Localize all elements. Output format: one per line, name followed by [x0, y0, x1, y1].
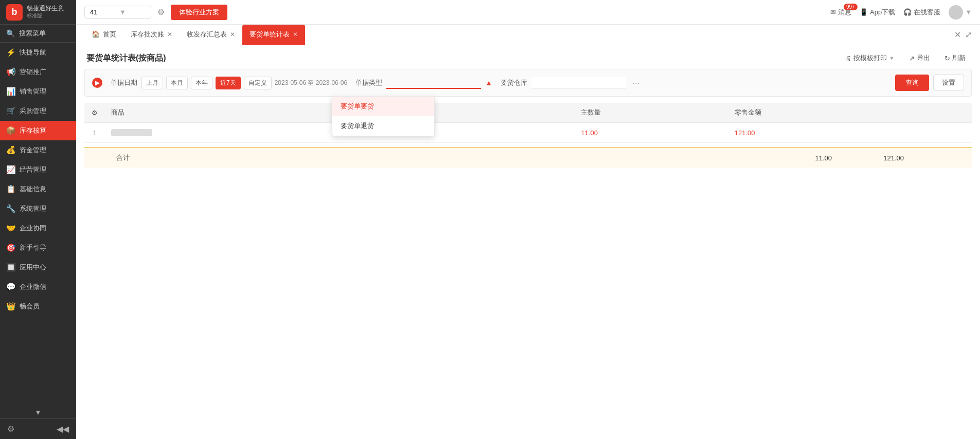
finance-icon: 💰 — [6, 145, 15, 155]
sidebar-item-member[interactable]: 👑 畅会员 — [0, 297, 76, 316]
settings-icon[interactable]: ⚙ — [7, 424, 14, 434]
system-icon: 🔧 — [6, 204, 15, 213]
download-icon: 📱 — [860, 8, 868, 16]
sidebar-item-label: 销售管理 — [20, 87, 46, 96]
sidebar-item-label: 采购管理 — [20, 106, 46, 116]
data-table: ⚙ 商品 主计量单位 主数量 零售金额 1 — [84, 103, 972, 143]
sidebar-item-purchase[interactable]: 🛒 采购管理 — [0, 101, 76, 121]
industry-btn[interactable]: 体验行业方案 — [171, 5, 227, 20]
dropdown-item-return-order[interactable]: 要货单退货 — [332, 116, 434, 136]
settings-button[interactable]: 设置 — [933, 75, 964, 91]
sidebar-item-label: 基础信息 — [20, 185, 46, 194]
company-select-value: 41 — [90, 8, 116, 16]
warehouse-filter-input[interactable] — [531, 77, 626, 88]
table-row: 1 块 11.00 121.00 — [84, 123, 972, 143]
sidebar-item-label: 畅会员 — [20, 302, 40, 311]
type-filter-input[interactable] — [386, 77, 481, 89]
tab-close-icon[interactable]: ✕ — [167, 31, 172, 38]
app-center-icon: 🔲 — [6, 263, 15, 272]
date-btn-this-year[interactable]: 本年 — [191, 77, 212, 89]
refresh-btn[interactable]: ↻ 刷新 — [940, 51, 970, 65]
page-actions: 🖨 按模板打印 ▼ ↗ 导出 ↻ 刷新 — [841, 51, 970, 65]
type-filter-group: 单据类型 ▲ — [355, 77, 492, 89]
export-btn[interactable]: ↗ 导出 — [905, 51, 934, 65]
more-filters-btn[interactable]: ··· — [632, 78, 640, 88]
user-menu[interactable]: ▼ — [949, 5, 972, 20]
sidebar-item-enterprise[interactable]: 🤝 企业协同 — [0, 218, 76, 238]
sidebar-item-wechat[interactable]: 💬 企业微信 — [0, 277, 76, 297]
footer-quantity: 11.00 — [801, 154, 842, 162]
tab-home[interactable]: 🏠 首页 — [84, 25, 123, 45]
tab-receive-summary[interactable]: 收发存汇总表 ✕ — [180, 25, 242, 45]
refresh-label: 刷新 — [952, 53, 966, 63]
dropdown-item-label: 要货单要货 — [341, 102, 374, 110]
export-icon: ↗ — [909, 54, 915, 62]
sidebar-item-label: 应用中心 — [20, 263, 46, 272]
table-footer: 合计 11.00 121.00 — [84, 147, 972, 168]
online-service-btn[interactable]: 🎧 在线客服 — [903, 8, 940, 17]
tab-inventory-batch[interactable]: 库存批次账 ✕ — [123, 25, 180, 45]
collapse-icon[interactable]: ◀◀ — [57, 424, 69, 434]
home-icon: 🏠 — [92, 30, 100, 38]
company-select[interactable]: 41 ▼ — [84, 6, 151, 19]
type-filter-label: 单据类型 — [355, 78, 382, 87]
sidebar-item-label: 经营管理 — [20, 165, 46, 174]
sidebar-item-basic-info[interactable]: 📋 基础信息 — [0, 179, 76, 199]
date-btn-last-month[interactable]: 上月 — [141, 77, 163, 89]
app-download-label: App下载 — [870, 8, 895, 17]
tab-receive-summary-label: 收发存汇总表 — [187, 30, 227, 39]
filter-expand-btn[interactable]: ▶ — [92, 78, 102, 88]
sidebar-item-guide[interactable]: 🎯 新手引导 — [0, 238, 76, 258]
tab-close-icon[interactable]: ✕ — [230, 31, 235, 38]
tab-order-summary[interactable]: 要货单统计表 ✕ — [242, 25, 305, 45]
date-btn-this-month[interactable]: 本月 — [166, 77, 188, 89]
close-icon[interactable]: ✕ — [954, 30, 961, 40]
messages-btn[interactable]: ✉ 消息 99+ — [830, 8, 851, 17]
sidebar-item-inventory[interactable]: 📦 库存核算 — [0, 121, 76, 140]
product-placeholder — [111, 129, 152, 136]
chevron-up-icon[interactable]: ▲ — [485, 79, 492, 87]
tab-close-icon[interactable]: ✕ — [293, 31, 298, 38]
sidebar-item-quick-nav[interactable]: ⚡ 快捷导航 — [0, 43, 76, 62]
query-button[interactable]: 查询 — [895, 75, 929, 91]
date-range-display: 2023-05-06 至 2023-06-06 — [275, 79, 347, 87]
sidebar-scroll-down[interactable]: ▼ — [0, 407, 76, 418]
sidebar-item-label: 资金管理 — [20, 145, 46, 155]
search-icon: 🔍 — [6, 29, 15, 38]
inventory-icon: 📦 — [6, 126, 15, 135]
row-number: 1 — [84, 123, 105, 143]
expand-icon[interactable]: ⤢ — [965, 30, 972, 40]
quick-nav-icon: ⚡ — [6, 48, 15, 57]
sidebar-item-sales[interactable]: 📊 销售管理 — [0, 82, 76, 101]
print-template-btn[interactable]: 🖨 按模板打印 ▼ — [841, 51, 899, 65]
sidebar-item-finance[interactable]: 💰 资金管理 — [0, 140, 76, 160]
tab-inventory-batch-label: 库存批次账 — [131, 30, 164, 39]
sidebar-item-label: 系统管理 — [20, 204, 46, 213]
sidebar-item-label: 企业微信 — [20, 282, 46, 291]
app-download-btn[interactable]: 📱 App下载 — [860, 8, 895, 17]
sidebar-item-marketing[interactable]: 📢 营销推广 — [0, 62, 76, 82]
date-btn-custom[interactable]: 自定义 — [244, 77, 272, 89]
row-quantity: 11.00 — [575, 123, 728, 143]
tab-home-label: 首页 — [103, 30, 116, 39]
sidebar-search[interactable]: 🔍 搜索菜单 — [0, 25, 76, 43]
row-extra — [913, 123, 972, 143]
sales-icon: 📊 — [6, 87, 15, 96]
gear-icon[interactable]: ⚙ — [157, 7, 165, 17]
date-btn-7days[interactable]: 近7天 — [216, 77, 241, 89]
dropdown-item-purchase-order[interactable]: 要货单要货 — [332, 97, 434, 116]
sidebar-item-operations[interactable]: 📈 经营管理 — [0, 160, 76, 179]
sidebar-item-label: 新手引导 — [20, 243, 46, 252]
filter-actions: 查询 设置 — [895, 75, 964, 91]
type-dropdown: 要货单要货 要货单退货 — [332, 96, 435, 136]
topbar-left: 41 ▼ ⚙ 体验行业方案 — [84, 5, 830, 20]
avatar — [949, 5, 963, 20]
member-icon: 👑 — [6, 302, 15, 311]
sidebar-item-app-center[interactable]: 🔲 应用中心 — [0, 258, 76, 277]
sidebar-item-system[interactable]: 🔧 系统管理 — [0, 199, 76, 218]
refresh-icon: ↻ — [945, 54, 950, 62]
sidebar-footer: ⚙ ◀◀ — [0, 418, 76, 439]
col-product: 商品 — [105, 103, 358, 123]
page-header: 要货单统计表(按商品) 🖨 按模板打印 ▼ ↗ 导出 ↻ 刷新 — [76, 45, 980, 69]
col-settings[interactable]: ⚙ — [84, 103, 105, 123]
